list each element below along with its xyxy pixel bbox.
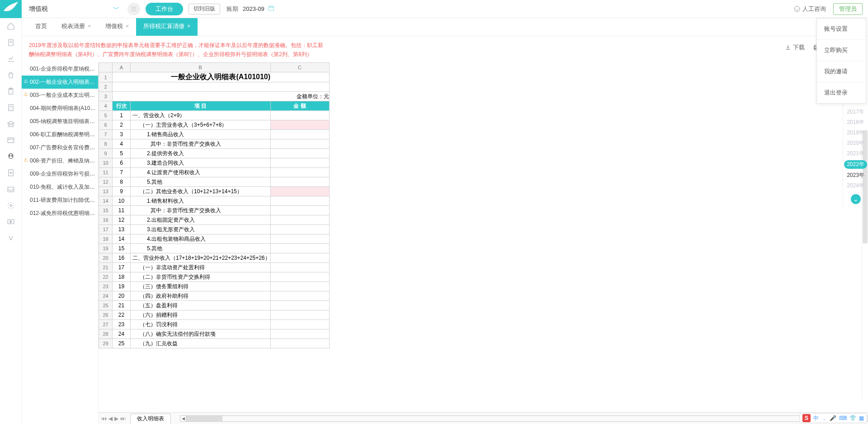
line-number-cell[interactable]: 3	[113, 130, 131, 139]
toc-item[interactable]: 006-职工薪酬纳税调整明细...	[22, 128, 98, 141]
year-item[interactable]: 2024年	[847, 182, 864, 190]
line-number-cell[interactable]: 2	[113, 120, 131, 130]
amount-cell[interactable]	[270, 177, 329, 187]
amount-cell[interactable]	[270, 244, 329, 253]
nav-bag-icon[interactable]	[0, 67, 22, 83]
item-cell[interactable]: （一）非流动资产处置利得	[131, 263, 271, 272]
line-number-cell[interactable]: 12	[113, 215, 131, 225]
amount-cell[interactable]	[270, 120, 329, 130]
row-header[interactable]: 7	[99, 130, 113, 139]
line-number-cell[interactable]: 21	[113, 301, 131, 310]
line-number-cell[interactable]: 13	[113, 225, 131, 234]
user-menu-item[interactable]: 退出登录	[817, 82, 866, 103]
nav-window-icon[interactable]	[0, 132, 22, 148]
item-cell[interactable]: 4.让渡资产使用权收入	[131, 168, 271, 177]
amount-cell[interactable]	[270, 339, 329, 348]
year-item[interactable]: 2023年	[847, 172, 864, 179]
page-tab[interactable]: 所得税汇算清缴×	[136, 18, 198, 36]
spreadsheet-grid[interactable]: A B C 1一般企业收入明细表(A101010) 2 3金额单位：元 4 行次…	[99, 62, 868, 412]
row-header[interactable]: 6	[99, 120, 113, 130]
amount-cell[interactable]	[270, 291, 329, 301]
toc-item[interactable]: ⚠002-一般企业收入明细表(A1...	[22, 76, 98, 89]
toc-item[interactable]: 001-企业所得税年度纳税申...	[22, 62, 98, 76]
item-cell[interactable]: （四）政府补助利得	[131, 291, 271, 301]
toc-item[interactable]: 010-免税、减计收入及加计...	[22, 181, 98, 194]
user-menu-item[interactable]: 立即购买	[817, 40, 866, 61]
nav-chart-icon[interactable]	[0, 51, 22, 67]
toc-item[interactable]: 007-广告费和业务宣传费跨...	[22, 141, 98, 154]
admin-button[interactable]: 管理员	[833, 3, 863, 15]
company-selector[interactable]: 增值税 ﹀	[29, 5, 119, 13]
toc-item[interactable]: 011-研发费用加计扣除优惠...	[22, 194, 98, 207]
amount-cell[interactable]	[270, 225, 329, 234]
row-header[interactable]: 2	[99, 82, 113, 92]
row-header[interactable]: 10	[99, 158, 113, 168]
item-cell[interactable]: （七）罚没利得	[131, 320, 271, 329]
item-cell[interactable]: 3.出租无形资产收入	[131, 225, 271, 234]
line-number-cell[interactable]: 6	[113, 158, 131, 168]
line-number-cell[interactable]: 24	[113, 329, 131, 339]
amount-cell[interactable]	[270, 253, 329, 263]
year-item[interactable]: 2019年	[847, 129, 864, 137]
item-cell[interactable]: （六）捐赠利得	[131, 310, 271, 320]
app-logo[interactable]	[0, 0, 22, 18]
user-menu-item[interactable]: 账号设置	[817, 19, 866, 40]
item-cell[interactable]: 2.出租固定资产收入	[131, 215, 271, 225]
amount-cell[interactable]	[270, 130, 329, 139]
line-number-cell[interactable]: 23	[113, 320, 131, 329]
row-header[interactable]: 3	[99, 92, 113, 101]
year-item[interactable]: 2022年	[844, 160, 867, 169]
col-header[interactable]: B	[131, 63, 271, 72]
row-header[interactable]: 12	[99, 177, 113, 187]
ime-lang[interactable]: 中	[813, 414, 819, 422]
year-item[interactable]: 2021年	[847, 150, 864, 157]
row-header[interactable]: 21	[99, 263, 113, 272]
sheet-nav-buttons[interactable]: ⏮◀▶⏭	[101, 415, 126, 422]
row-header[interactable]: 18	[99, 234, 113, 244]
row-header[interactable]: 4	[99, 101, 113, 111]
download-button[interactable]: 下载	[785, 43, 805, 52]
ime-toolbar[interactable]: S 中 ， 🎤 ⌨ 👕 ▦	[799, 413, 867, 423]
item-cell[interactable]: 1.销售商品收入	[131, 130, 271, 139]
item-cell[interactable]: （五）盘盈利得	[131, 301, 271, 310]
line-number-cell[interactable]: 11	[113, 206, 131, 215]
toc-item[interactable]: 009-企业所得税弥补亏损明...	[22, 167, 98, 181]
amount-cell[interactable]	[270, 139, 329, 149]
item-cell[interactable]: （三）债务重组利得	[131, 282, 271, 291]
ime-skin-icon[interactable]: 👕	[849, 415, 856, 421]
amount-cell[interactable]	[270, 168, 329, 177]
row-header[interactable]: 16	[99, 215, 113, 225]
workspace-button[interactable]: 工作台	[146, 3, 183, 15]
amount-cell[interactable]	[270, 215, 329, 225]
item-cell[interactable]: 1.销售材料收入	[131, 196, 271, 206]
line-number-cell[interactable]: 17	[113, 263, 131, 272]
row-header[interactable]: 17	[99, 225, 113, 234]
nav-bank-icon[interactable]	[0, 116, 22, 132]
col-header[interactable]: A	[113, 63, 131, 72]
line-number-cell[interactable]: 9	[113, 187, 131, 196]
year-item[interactable]: 2020年	[847, 139, 864, 147]
amount-cell[interactable]	[270, 272, 329, 282]
line-number-cell[interactable]: 1	[113, 111, 131, 120]
row-header[interactable]: 28	[99, 329, 113, 339]
close-icon[interactable]: ×	[88, 23, 91, 29]
nav-inbox-icon[interactable]	[0, 181, 22, 197]
row-header[interactable]: 20	[99, 253, 113, 263]
line-number-cell[interactable]: 10	[113, 196, 131, 206]
row-header[interactable]: 26	[99, 310, 113, 320]
item-cell[interactable]: 二、营业外收入（17+18+19+20+21+22+23+24+25+26）	[131, 253, 271, 263]
line-number-cell[interactable]: 15	[113, 244, 131, 253]
ime-mic-icon[interactable]: 🎤	[830, 415, 836, 421]
amount-cell[interactable]	[270, 310, 329, 320]
row-header[interactable]: 24	[99, 291, 113, 301]
nav-v-icon[interactable]	[0, 230, 22, 246]
toc-item[interactable]: ⚠003-一般企业成本支出明细...	[22, 89, 98, 102]
year-more-icon[interactable]: ⌄	[851, 194, 861, 204]
row-header[interactable]: 11	[99, 168, 113, 177]
nav-home-icon[interactable]	[0, 18, 22, 34]
toc-item[interactable]: 005-纳税调整项目明细表(A1...	[22, 115, 98, 128]
nav-doc-icon[interactable]	[0, 34, 22, 51]
line-number-cell[interactable]: 8	[113, 177, 131, 187]
item-cell[interactable]: （一）主营业务收入（3+5+6+7+8）	[131, 120, 271, 130]
line-number-cell[interactable]: 22	[113, 310, 131, 320]
